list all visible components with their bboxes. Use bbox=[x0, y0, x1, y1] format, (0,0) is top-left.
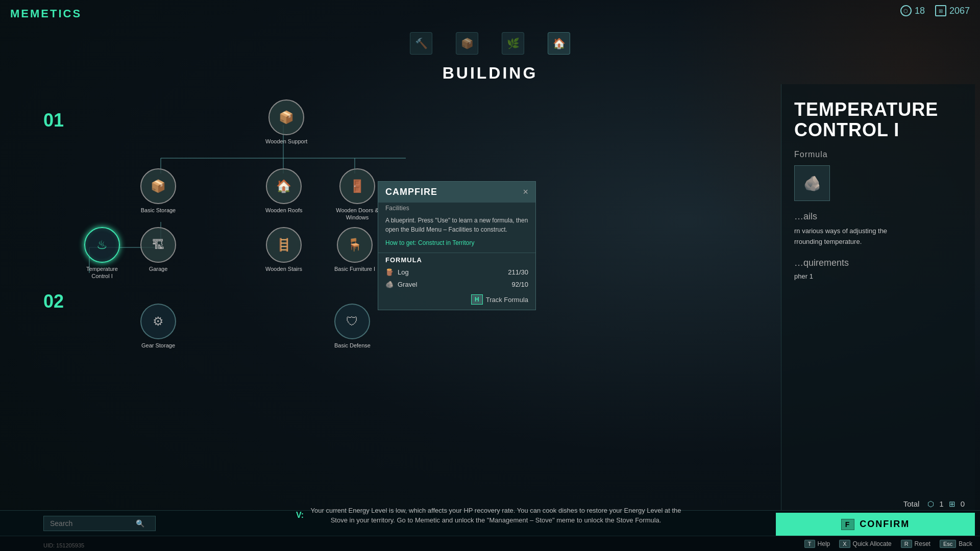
hotkey-reset-key: R bbox=[901, 540, 912, 548]
hotkey-back-label: Back bbox=[959, 540, 972, 547]
right-panel-formula-label: Formula bbox=[794, 150, 962, 159]
node-wooden-doors-label: Wooden Doors & Windows bbox=[334, 207, 380, 221]
hotkey-reset[interactable]: R Reset bbox=[901, 540, 930, 548]
hud-top: ⬡ 18 ⊞ 2067 bbox=[900, 5, 970, 16]
tooltip-header: CAMPFIRE × bbox=[378, 182, 535, 203]
uid-text: UID: 151205935 bbox=[43, 542, 84, 548]
node-garage-label: Garage bbox=[149, 265, 168, 272]
hotkey-back[interactable]: Esc Back bbox=[940, 540, 972, 548]
node-basic-defense-circle: 🛡 bbox=[334, 304, 370, 339]
log-icon: 🪵 bbox=[385, 268, 394, 276]
node-wooden-roofs-circle: 🏠 bbox=[266, 168, 302, 204]
tooltip-formula-header: FORMULA bbox=[378, 253, 535, 266]
tooltip-ingredient-gravel: 🪨 Gravel 92/10 bbox=[378, 278, 535, 290]
tooltip-popup: CAMPFIRE × Facilities A blueprint. Press… bbox=[378, 181, 536, 310]
node-basic-storage-label: Basic Storage bbox=[141, 207, 176, 214]
tab-building[interactable]: 🏠 bbox=[544, 28, 574, 59]
right-panel-details-label: …ails bbox=[794, 211, 962, 222]
confirm-button[interactable]: F CONFIRM bbox=[776, 513, 975, 536]
ingredient-log-left: 🪵 Log bbox=[385, 268, 409, 276]
right-panel-details-text: rn various ways of adjusting therroundin… bbox=[794, 226, 962, 247]
hotkey-help-key: T bbox=[804, 540, 815, 548]
hotkey-help-label: Help bbox=[818, 540, 830, 547]
node-garage[interactable]: 🏗 Garage bbox=[140, 227, 176, 272]
hud-resource1-icon: ⬡ bbox=[900, 5, 912, 16]
right-panel-title: TEMPERATURECONTROL I bbox=[794, 99, 962, 140]
total-bar: Total ⬡ 1 ⊞ 0 bbox=[776, 495, 975, 513]
node-wooden-doors-windows[interactable]: 🚪 Wooden Doors & Windows bbox=[334, 168, 380, 221]
tooltip-desc: A blueprint. Press "Use" to learn a new … bbox=[378, 216, 535, 239]
node-basic-furniture-label: Basic Furniture I bbox=[334, 265, 375, 272]
hotkeys-bar: T Help X Quick Allocate R Reset Esc Back bbox=[0, 536, 980, 551]
search-input[interactable] bbox=[50, 519, 132, 528]
bottom-right: Total ⬡ 1 ⊞ 0 F CONFIRM bbox=[776, 495, 975, 536]
tab-storage[interactable]: 📦 bbox=[452, 28, 482, 59]
hud-resource1: ⬡ 18 bbox=[900, 5, 925, 16]
node-basic-defense[interactable]: 🛡 Basic Defense bbox=[334, 304, 371, 349]
tooltip-title: CAMPFIRE bbox=[385, 187, 437, 197]
tab-nature-icon: 🌿 bbox=[502, 32, 524, 55]
hud-resource2-value: 2067 bbox=[949, 6, 970, 16]
ingredient-log-value: 211/30 bbox=[508, 268, 528, 276]
tooltip-howto-value: Construct in Territory bbox=[418, 239, 474, 246]
tooltip-howto: How to get: Construct in Territory bbox=[378, 239, 535, 253]
app-title: MEMETICS bbox=[10, 7, 82, 20]
track-formula-label: Track Formula bbox=[486, 296, 528, 304]
node-wooden-support[interactable]: 📦 Wooden Support bbox=[265, 99, 307, 145]
right-panel: TEMPERATURECONTROL I Formula 🪨 …ails rn … bbox=[781, 84, 975, 510]
node-wooden-stairs-circle: 🪜 bbox=[266, 227, 302, 263]
gravel-icon: 🪨 bbox=[385, 280, 394, 288]
right-panel-requirements-label: …quirements bbox=[794, 258, 962, 268]
ingredient-gravel-left: 🪨 Gravel bbox=[385, 280, 417, 288]
total-resource2-icon: ⊞ bbox=[949, 499, 955, 509]
tab-storage-icon: 📦 bbox=[456, 32, 478, 55]
track-formula-key: H bbox=[471, 294, 483, 305]
tooltip-howto-label: How to get: bbox=[385, 239, 416, 246]
tab-nature[interactable]: 🌿 bbox=[498, 28, 528, 59]
node-basic-furniture[interactable]: 🪑 Basic Furniture I bbox=[334, 227, 375, 272]
tooltip-close-icon[interactable]: × bbox=[523, 187, 528, 197]
node-basic-furniture-circle: 🪑 bbox=[337, 227, 373, 263]
confirm-label: CONFIRM bbox=[860, 519, 910, 530]
node-temperature-control-label: Temperature Control I bbox=[79, 265, 125, 280]
tab-building-icon: 🏠 bbox=[548, 32, 570, 55]
search-icon: 🔍 bbox=[136, 519, 144, 528]
message-text: Your current Energy Level is low, which … bbox=[308, 506, 684, 525]
node-temperature-control[interactable]: ♨ Temperature Control I bbox=[79, 227, 125, 280]
node-wooden-doors-circle: 🚪 bbox=[339, 168, 375, 204]
tab-tools[interactable]: 🔨 bbox=[406, 28, 436, 59]
hotkey-quick-allocate-key: X bbox=[839, 540, 850, 548]
hotkey-quick-allocate-label: Quick Allocate bbox=[853, 540, 892, 547]
node-basic-storage-circle: 📦 bbox=[140, 168, 176, 204]
total-label: Total bbox=[903, 499, 920, 508]
total-resource1-icon: ⬡ bbox=[927, 499, 934, 509]
ingredient-log-name: Log bbox=[398, 268, 409, 276]
node-wooden-support-label: Wooden Support bbox=[265, 138, 307, 145]
hotkey-help: T Help bbox=[804, 540, 830, 548]
node-wooden-roofs[interactable]: 🏠 Wooden Roofs bbox=[265, 168, 303, 214]
node-gear-storage-label: Gear Storage bbox=[141, 342, 175, 349]
total-values: ⬡ 1 ⊞ 0 bbox=[927, 499, 965, 509]
tooltip-subtitle: Facilities bbox=[378, 203, 535, 216]
node-gear-storage[interactable]: ⚙ Gear Storage bbox=[140, 304, 176, 349]
tab-tools-icon: 🔨 bbox=[410, 32, 432, 55]
hotkey-quick-allocate[interactable]: X Quick Allocate bbox=[839, 540, 891, 548]
hud-resource2: ⊞ 2067 bbox=[935, 5, 970, 16]
node-basic-storage[interactable]: 📦 Basic Storage bbox=[140, 168, 176, 214]
node-wooden-stairs[interactable]: 🪜 Wooden Stairs bbox=[265, 227, 302, 272]
page-title: BUILDING bbox=[443, 64, 538, 83]
node-gear-storage-circle: ⚙ bbox=[140, 304, 176, 339]
node-wooden-support-circle: 📦 bbox=[268, 99, 304, 135]
hud-resource1-value: 18 bbox=[915, 6, 925, 16]
ingredient-gravel-name: Gravel bbox=[398, 281, 417, 288]
node-wooden-stairs-label: Wooden Stairs bbox=[265, 265, 302, 272]
search-container[interactable]: 🔍 bbox=[43, 516, 156, 531]
right-panel-requirements-text: pher 1 bbox=[794, 272, 962, 280]
hotkey-back-key: Esc bbox=[940, 540, 956, 548]
message-prefix: V: bbox=[296, 511, 304, 520]
ingredient-gravel-value: 92/10 bbox=[511, 281, 528, 288]
node-temperature-control-circle: ♨ bbox=[84, 227, 120, 263]
tooltip-track[interactable]: H Track Formula bbox=[378, 290, 535, 310]
node-basic-defense-label: Basic Defense bbox=[334, 342, 371, 349]
tooltip-ingredient-log: 🪵 Log 211/30 bbox=[378, 266, 535, 278]
